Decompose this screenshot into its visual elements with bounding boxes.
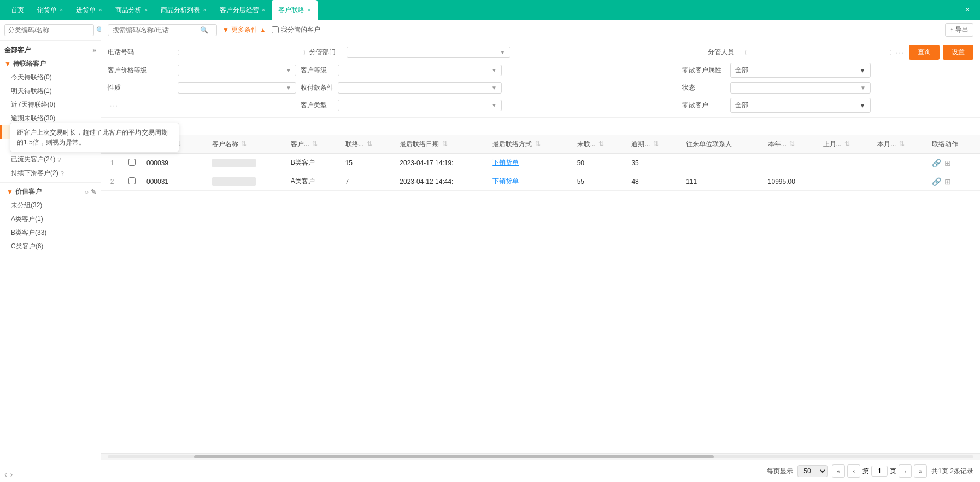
row-this-month (872, 172, 926, 191)
close-icon[interactable]: × (203, 7, 206, 13)
row-company-contacts: 111 (680, 172, 762, 191)
sidebar-search-area: 🔍 (0, 20, 101, 41)
nav-home[interactable]: 首页 (4, 0, 31, 20)
col-unprocessed[interactable]: 未联... ⇅ (572, 135, 626, 154)
filter-search-box[interactable]: 🔍 (108, 24, 217, 36)
my-customers-checkbox[interactable]: 我分管的客户 (272, 25, 320, 34)
sidebar-item-declining[interactable]: 持续下滑客户(2) ? (0, 166, 101, 180)
collapse-icon[interactable]: » (92, 47, 96, 54)
chevron-down-icon: ▼ (286, 85, 291, 91)
status-select[interactable]: ▼ (730, 82, 871, 94)
branch-dept-label: 分管部门 (309, 45, 342, 59)
sidebar-item-7day-contact[interactable]: 近7天待联络(0) (0, 98, 101, 112)
search-icon[interactable]: 🔍 (200, 26, 208, 34)
window-close-button[interactable]: × (959, 2, 976, 18)
sidebar: 🔍 全部客户 » ▼ 待联络客户 今天待联络(0) 明天待联络(1) 近7天待联… (0, 20, 101, 482)
sidebar-item-class-b[interactable]: B类客户(33) (0, 226, 101, 240)
row-last-month (818, 172, 872, 191)
row-checkbox-cell[interactable] (123, 172, 141, 191)
close-icon[interactable]: × (307, 7, 310, 13)
filter-search-input[interactable] (113, 26, 200, 34)
dots-icon[interactable]: ··· (110, 102, 119, 109)
filter-more-conditions[interactable]: ▼ 更多条件 ▲ (222, 25, 266, 34)
chevron-down-icon: ▼ (286, 67, 291, 73)
link-action-icon[interactable]: 🔗 (932, 177, 941, 186)
col-last-contact-method[interactable]: 最后联络方式 ⇅ (487, 135, 571, 154)
row-select-checkbox[interactable] (128, 177, 136, 184)
nav-sales-order[interactable]: 销货单 × (31, 0, 69, 20)
category-search-input[interactable] (4, 24, 94, 36)
chevron-down-icon: ▼ (491, 85, 497, 91)
filter-icon: ▼ (222, 26, 229, 34)
nav-product-analysis[interactable]: 商品分析 × (109, 0, 154, 20)
row-customer-name (207, 154, 285, 172)
data-table-area: ⚙ 客户编码 ⇅ 客户名称 (101, 118, 980, 482)
col-last-month[interactable]: 上月... ⇅ (818, 135, 872, 154)
sidebar-item-tomorrow-contact[interactable]: 明天待联络(1) (0, 84, 101, 98)
retail-attr-select[interactable]: 全部 ▼ (730, 63, 871, 78)
col-this-year[interactable]: 本年... ⇅ (762, 135, 818, 154)
nav-customer-tier[interactable]: 客户分层经营 × (213, 0, 272, 20)
close-icon[interactable]: × (60, 7, 63, 13)
last-page-button[interactable]: » (914, 464, 927, 478)
grid-action-icon[interactable]: ⊞ (944, 177, 951, 186)
export-button[interactable]: ↑ 导出 (945, 23, 973, 37)
col-customer-name[interactable]: 客户名称 ⇅ (207, 135, 285, 154)
sidebar-item-class-a[interactable]: A类客户(1) (0, 212, 101, 226)
col-contact[interactable]: 联络... ⇅ (340, 135, 395, 154)
row-select-checkbox[interactable] (128, 159, 136, 166)
row-last-contact-method[interactable]: 下销货单 (487, 172, 571, 191)
first-page-button[interactable]: « (832, 464, 845, 478)
close-icon[interactable]: × (144, 7, 148, 13)
my-customers-check[interactable] (272, 26, 279, 33)
table-scroll-wrapper[interactable]: 客户编码 ⇅ 客户名称 ⇅ 客户... ⇅ (101, 135, 980, 453)
per-page-select[interactable]: 50 100 200 (797, 465, 828, 477)
branch-staff-input[interactable] (745, 50, 891, 55)
col-customer-type[interactable]: 客户... ⇅ (285, 135, 340, 154)
next-page-button[interactable]: › (899, 464, 912, 478)
link-action-icon[interactable]: 🔗 (932, 159, 941, 167)
price-level-select[interactable]: ▼ (178, 65, 296, 76)
row-customer-name (207, 172, 285, 191)
col-last-contact-date[interactable]: 最后联络日期 ⇅ (394, 135, 487, 154)
value-group-edit-action[interactable]: ✎ (91, 188, 96, 196)
col-overdue[interactable]: 逾期... ⇅ (626, 135, 680, 154)
nav-purchase-order[interactable]: 进货单 × (69, 0, 108, 20)
close-icon[interactable]: × (262, 7, 265, 13)
payment-select[interactable]: ▼ (338, 82, 502, 94)
branch-dept-select[interactable]: ▼ (347, 47, 510, 58)
col-this-month[interactable]: 本月... ⇅ (872, 135, 926, 154)
sidebar-item-class-c[interactable]: C类客户(6) (0, 240, 101, 253)
sort-icon: ⇅ (598, 140, 604, 148)
sidebar-nav-right[interactable]: › (10, 470, 13, 479)
row-checkbox-cell[interactable] (123, 154, 141, 172)
filter-bar: 🔍 ▼ 更多条件 ▲ 我分管的客户 ↑ 导出 (101, 20, 980, 40)
value-group-circle-action[interactable]: ○ (85, 188, 89, 196)
price-level-label: 客户价格等级 (108, 63, 173, 77)
help-icon[interactable]: ? (57, 156, 61, 163)
prev-page-button[interactable]: ‹ (847, 464, 860, 478)
sidebar-item-today-contact[interactable]: 今天待联络(0) (0, 71, 101, 84)
nav-product-analysis-list[interactable]: 商品分析列表 × (154, 0, 213, 20)
page-number-input[interactable] (871, 466, 888, 477)
close-icon[interactable]: × (98, 7, 102, 13)
more-dots-icon[interactable]: ··· (896, 49, 905, 56)
settings-button[interactable]: 设置 (943, 45, 973, 60)
sidebar-item-churned[interactable]: 已流失客户(24) ? (0, 153, 101, 166)
pending-contact-group[interactable]: ▼ 待联络客户 (0, 57, 101, 71)
customer-type-select[interactable]: ▼ (338, 100, 502, 111)
sidebar-nav-left[interactable]: ‹ (4, 470, 7, 479)
category-search-icon[interactable]: 🔍 (96, 26, 101, 34)
retail-customer-select[interactable]: 全部 ▼ (730, 98, 871, 113)
help-icon[interactable]: ? (61, 170, 64, 177)
nav-customer-contact[interactable]: 客户联络 × (272, 0, 317, 20)
phone-input[interactable] (178, 50, 305, 55)
gender-select[interactable]: ▼ (178, 82, 296, 94)
customer-level-select[interactable]: ▼ (338, 65, 502, 76)
grid-action-icon[interactable]: ⊞ (944, 159, 951, 167)
row-last-contact-method[interactable]: 下销货单 (487, 154, 571, 172)
query-button[interactable]: 查询 (909, 45, 940, 60)
horizontal-scrollbar[interactable] (101, 453, 980, 460)
value-customers-group[interactable]: ▼ 价值客户 ○ ✎ (0, 185, 101, 199)
sidebar-item-ungrouped[interactable]: 未分组(32) (0, 199, 101, 212)
